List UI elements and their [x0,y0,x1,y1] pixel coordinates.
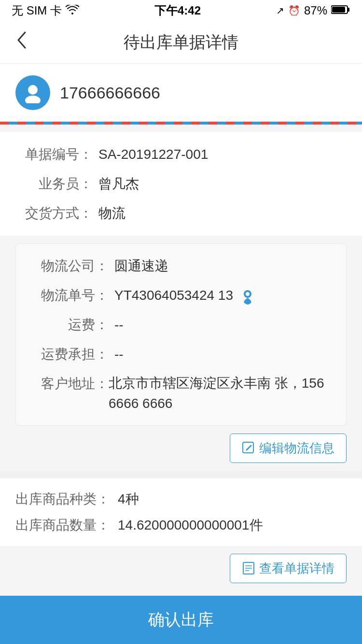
goods-quantity-label: 出库商品数量： [15,516,112,534]
order-number-row: 单据编号： SA-20191227-001 [15,144,347,166]
time-display: 下午4:42 [154,3,201,18]
edit-logistics-label: 编辑物流信息 [259,440,334,457]
view-details-label: 查看单据详情 [259,560,334,577]
delivery-value: 物流 [98,203,347,224]
svg-point-3 [28,85,38,95]
logistics-tracking-value: YT43064053424 13 [114,285,331,307]
logistics-company-row: 物流公司： 圆通速递 [31,255,331,277]
delivery-label: 交货方式： [15,203,93,224]
freight-bearer-label: 运费承担： [31,344,109,365]
goods-types-label: 出库商品种类： [15,490,112,508]
battery-icon [331,4,350,17]
location-icon: ↗ [276,5,284,16]
freight-value: -- [114,314,331,336]
user-icon [22,82,43,103]
map-pin-icon[interactable] [239,287,256,305]
goods-quantity-row: 出库商品数量： 14.620000000000001件 [15,516,347,534]
confirm-label: 确认出库 [148,609,214,631]
dashed-divider [0,122,362,125]
svg-rect-2 [332,7,345,13]
freight-label: 运费： [31,314,109,336]
goods-types-value: 4种 [118,490,139,508]
svg-point-4 [25,96,41,103]
section-separator [0,471,362,478]
logistics-tracking-label: 物流单号： [31,285,109,307]
edit-logistics-wrapper: 编辑物流信息 [15,434,347,463]
logistics-card: 物流公司： 圆通速递 物流单号： YT43064053424 13 运费： --… [15,243,347,425]
goods-stats-section: 出库商品种类： 4种 出库商品数量： 14.620000000000001件 [0,478,362,546]
alarm-icon: ⏰ [288,5,300,16]
confirm-outbound-button[interactable]: 确认出库 [0,596,362,644]
page-title: 待出库单据详情 [124,31,238,54]
edit-icon [242,441,255,455]
order-info-section: 单据编号： SA-20191227-001 业务员： 曾凡杰 交货方式： 物流 [0,132,362,236]
freight-bearer-value: -- [114,344,331,365]
nav-bar: 待出库单据详情 [0,21,362,64]
status-bar: 无 SIM 卡 下午4:42 ↗ ⏰ 87% [0,0,362,21]
freight-row: 运费： -- [31,314,331,336]
carrier-label: 无 SIM 卡 [12,3,62,18]
customer-phone: 17666666666 [60,84,160,102]
order-no-value: SA-20191227-001 [98,144,347,166]
order-no-label: 单据编号： [15,144,93,166]
customer-header: 17666666666 [0,64,362,122]
salesman-value: 曾凡杰 [98,173,347,195]
avatar [15,75,50,110]
address-label: 客户地址： [31,373,109,395]
salesman-row: 业务员： 曾凡杰 [15,173,347,195]
edit-logistics-button[interactable]: 编辑物流信息 [230,434,347,463]
svg-rect-1 [348,8,349,12]
battery-label: 87% [304,4,327,17]
delivery-row: 交货方式： 物流 [15,203,347,224]
view-details-wrapper: 查看单据详情 [15,554,347,583]
wifi-icon [66,4,79,17]
salesman-label: 业务员： [15,173,93,195]
logistics-company-label: 物流公司： [31,255,109,277]
back-button[interactable] [15,30,44,54]
goods-quantity-value: 14.620000000000001件 [118,516,263,534]
doc-icon [242,561,255,575]
address-row: 客户地址： 北京市市辖区海淀区永丰南 张，156 6666 6666 [31,373,331,414]
svg-point-6 [246,292,250,296]
goods-types-row: 出库商品种类： 4种 [15,490,347,508]
address-value: 北京市市辖区海淀区永丰南 张，156 6666 6666 [109,373,331,414]
view-details-button[interactable]: 查看单据详情 [230,554,347,583]
logistics-company-value: 圆通速递 [114,255,331,277]
logistics-tracking-row: 物流单号： YT43064053424 13 [31,285,331,307]
freight-bearer-row: 运费承担： -- [31,344,331,365]
